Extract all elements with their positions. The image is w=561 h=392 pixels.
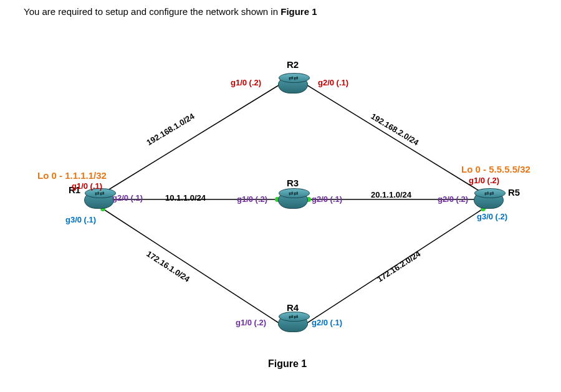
router-r3-label: R3	[287, 178, 299, 188]
router-r1: ⇄⇄	[84, 191, 114, 209]
subnet-r2-r5: 192.168.2.0/24	[369, 112, 420, 148]
iface-r3-g2-0: g2/0 (.1)	[312, 194, 342, 204]
subnet-r3-r5: 20.1.1.0/24	[371, 190, 411, 199]
svg-line-0	[103, 84, 280, 193]
router-r2: ⇄⇄	[278, 76, 308, 93]
router-r5: ⇄⇄	[474, 191, 504, 209]
iface-r5-g1-0: g1/0 (.2)	[469, 176, 499, 185]
instruction-bold: Figure 1	[280, 6, 317, 17]
iface-r1-g1-0: g1/0 (.1)	[72, 181, 102, 191]
iface-r4-g2-0: g2/0 (.1)	[312, 318, 342, 327]
router-r4-label: R4	[287, 302, 299, 313]
router-r3: ⇄⇄	[278, 191, 308, 209]
iface-r1-g2-0: g2/0 (.1)	[112, 193, 143, 203]
subnet-r4-r5: 172.16.2.0/24	[375, 249, 422, 284]
router-r4: ⇄⇄	[278, 315, 308, 332]
iface-r5-g3-0: g3/0 (.2)	[477, 212, 507, 221]
subnet-r1-r3: 10.1.1.0/24	[165, 193, 206, 203]
iface-r4-g1-0: g1/0 (.2)	[236, 318, 266, 327]
iface-r5-g2-0: g2/0 (.2)	[438, 194, 468, 204]
svg-line-12	[103, 209, 280, 324]
router-r2-label: R2	[287, 59, 299, 70]
subnet-r1-r4: 172.16.1.0/24	[145, 249, 191, 284]
subnet-r1-r2: 192.168.1.0/24	[145, 112, 196, 148]
loopback-r5: Lo 0 - 5.5.5.5/32	[461, 164, 530, 174]
iface-r1-g3-0: g3/0 (.1)	[65, 215, 96, 224]
instruction-prefix: You are required to setup and configure …	[24, 6, 280, 17]
iface-r2-g2-0: g2/0 (.1)	[318, 78, 348, 87]
loopback-r1: Lo 0 - 1.1.1.1/32	[37, 170, 107, 181]
instruction-text: You are required to setup and configure …	[24, 6, 317, 17]
svg-line-3	[305, 84, 483, 193]
router-r5-label: R5	[508, 187, 520, 198]
iface-r3-g1-0: g1/0 (.2)	[237, 194, 267, 204]
figure-caption: Figure 1	[268, 358, 307, 370]
iface-r2-g1-0: g1/0 (.2)	[231, 78, 261, 87]
